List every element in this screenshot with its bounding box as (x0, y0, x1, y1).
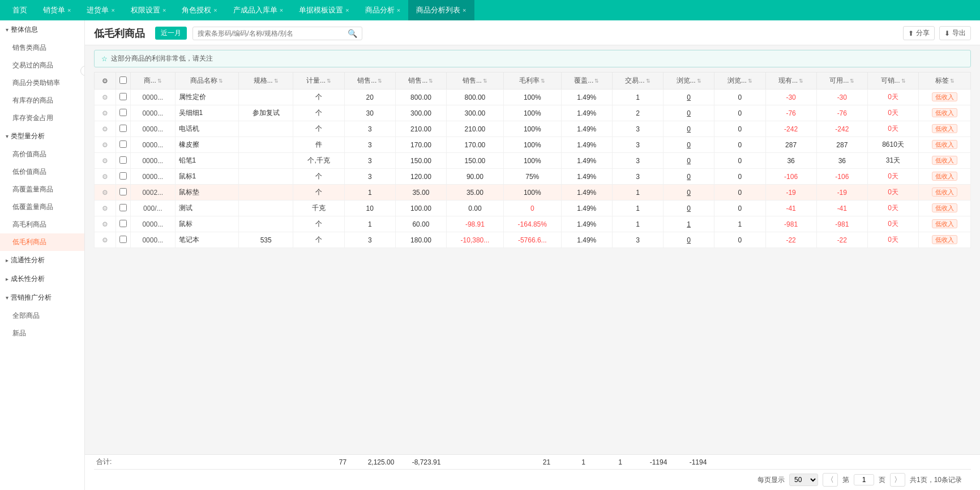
row-checkbox-cell[interactable] (115, 137, 130, 153)
row-settings[interactable]: ⚙ (95, 137, 116, 153)
row-checkbox[interactable] (119, 236, 127, 243)
row-checkbox-cell[interactable] (115, 121, 130, 137)
row-view1[interactable]: 1 (664, 216, 714, 232)
col-trade-count[interactable]: 交易... ⇅ (612, 73, 663, 90)
close-permission-tab[interactable]: × (162, 7, 166, 14)
col-view2[interactable]: 浏览... ⇅ (714, 73, 765, 90)
row-view1[interactable]: 0 (664, 232, 714, 248)
row-checkbox-cell[interactable] (115, 153, 130, 169)
row-settings[interactable]: ⚙ (95, 121, 116, 137)
row-settings[interactable]: ⚙ (95, 153, 116, 169)
row-checkbox-cell[interactable] (115, 232, 130, 248)
row-view1[interactable]: 0 (664, 185, 714, 201)
row-checkbox[interactable] (119, 93, 127, 100)
row-view1[interactable]: 0 (664, 137, 714, 153)
sidebar-item-high-coverage[interactable]: 高覆盖量商品 (0, 181, 84, 198)
close-role-tab[interactable]: × (213, 7, 217, 14)
col-unit[interactable]: 计量... ⇅ (293, 73, 344, 90)
per-page-select[interactable]: 50 100 200 (789, 474, 818, 486)
search-input[interactable] (198, 29, 348, 37)
prev-page-btn[interactable]: 〈 (823, 473, 838, 487)
col-sales-qty[interactable]: 销售... ⇅ (344, 73, 395, 90)
sidebar-item-stock-goods[interactable]: 有库存的商品 (0, 92, 84, 109)
sidebar-group-type-title[interactable]: ▾ 类型量分析 (0, 127, 84, 146)
close-goods-analysis-list-tab[interactable]: × (463, 7, 466, 14)
sidebar-item-category-assist[interactable]: 商品分类助销率 (0, 74, 84, 92)
row-checkbox[interactable] (119, 172, 127, 180)
col-code[interactable]: 商... ⇅ (130, 73, 175, 90)
col-gross-margin[interactable]: 毛利率 ⇅ (503, 73, 561, 90)
nav-purchase[interactable]: 进货单× (79, 0, 122, 20)
row-settings[interactable]: ⚙ (95, 201, 116, 216)
row-checkbox-cell[interactable] (115, 201, 130, 216)
sidebar-item-high-profit[interactable]: 高毛利商品 (0, 216, 84, 233)
close-purchase-tab[interactable]: × (111, 7, 114, 14)
nav-permission[interactable]: 权限设置× (123, 0, 174, 20)
row-checkbox[interactable] (119, 125, 127, 132)
export-btn[interactable]: ⬇ 导出 (939, 26, 971, 40)
row-settings[interactable]: ⚙ (95, 232, 116, 248)
col-tag[interactable]: 标签 ⇅ (919, 73, 971, 90)
sidebar-item-low-value[interactable]: 低价值商品 (0, 163, 84, 181)
nav-goods-analysis[interactable]: 商品分析× (357, 0, 408, 20)
row-checkbox-cell[interactable] (115, 105, 130, 121)
close-template-tab[interactable]: × (345, 7, 349, 14)
row-settings[interactable]: ⚙ (95, 105, 116, 121)
close-goods-analysis-tab[interactable]: × (397, 7, 400, 14)
sidebar-group-growth-title[interactable]: ▸ 成长性分析 (0, 270, 84, 288)
row-settings[interactable]: ⚙ (95, 185, 116, 201)
row-settings[interactable]: ⚙ (95, 169, 116, 185)
col-sales-price[interactable]: 销售... ⇅ (395, 73, 446, 90)
sidebar-item-sales-goods[interactable]: 销售类商品 (0, 39, 84, 57)
col-current-stock[interactable]: 现有... ⇅ (765, 73, 816, 90)
col-name[interactable]: 商品名称 ⇅ (175, 73, 238, 90)
sidebar-group-marketing-title[interactable]: ▾ 营销推广分析 (0, 288, 84, 307)
close-product-entry-tab[interactable]: × (280, 7, 283, 14)
sidebar-item-stock-capital[interactable]: 库存资金占用 (0, 109, 84, 127)
nav-role[interactable]: 角色授权× (174, 0, 225, 20)
col-checkbox[interactable] (115, 73, 130, 90)
sidebar-group-overall-title[interactable]: ▾ 整体信息 (0, 20, 84, 39)
row-settings[interactable]: ⚙ (95, 216, 116, 232)
col-sales-amount[interactable]: 销售... ⇅ (447, 73, 504, 90)
row-checkbox-cell[interactable] (115, 169, 130, 185)
row-view1[interactable]: 0 (664, 169, 714, 185)
row-view1[interactable]: 0 (664, 121, 714, 137)
row-checkbox[interactable] (119, 188, 127, 195)
row-checkbox[interactable] (119, 220, 127, 227)
row-view1[interactable]: 0 (664, 153, 714, 169)
row-checkbox-cell[interactable] (115, 216, 130, 232)
sidebar-item-traded-goods[interactable]: 交易过的商品 (0, 57, 84, 74)
sidebar-item-all-goods[interactable]: 全部商品 (0, 307, 84, 325)
col-saleable-days[interactable]: 可销... ⇅ (867, 73, 918, 90)
col-coverage[interactable]: 覆盖... ⇅ (561, 73, 612, 90)
select-all-checkbox[interactable] (119, 76, 127, 84)
next-page-btn[interactable]: 〉 (890, 473, 905, 487)
sidebar-item-low-coverage[interactable]: 低覆盖量商品 (0, 198, 84, 216)
row-checkbox[interactable] (119, 140, 127, 148)
col-available-stock[interactable]: 可用... ⇅ (816, 73, 867, 90)
col-view1[interactable]: 浏览... ⇅ (664, 73, 714, 90)
row-checkbox[interactable] (119, 109, 127, 116)
row-view1[interactable]: 0 (664, 105, 714, 121)
nav-home[interactable]: 首页 (5, 0, 35, 20)
row-settings[interactable]: ⚙ (95, 90, 116, 105)
close-sales-tab[interactable]: × (67, 7, 71, 14)
nav-product-entry[interactable]: 产成品入库单× (225, 0, 291, 20)
sidebar-group-flow-title[interactable]: ▸ 流通性分析 (0, 251, 84, 270)
row-view1[interactable]: 0 (664, 201, 714, 216)
page-number-input[interactable] (854, 474, 874, 485)
row-checkbox-cell[interactable] (115, 90, 130, 105)
row-view1[interactable]: 0 (664, 90, 714, 105)
date-filter-btn[interactable]: 近一月 (155, 27, 187, 40)
sidebar-item-high-value[interactable]: 高价值商品 (0, 146, 84, 163)
nav-sales[interactable]: 销货单× (35, 0, 79, 20)
col-spec[interactable]: 规格... ⇅ (238, 73, 293, 90)
nav-template[interactable]: 单据模板设置× (291, 0, 357, 20)
row-checkbox[interactable] (119, 156, 127, 164)
sidebar-item-low-profit[interactable]: 低毛利商品 (0, 233, 84, 251)
row-checkbox-cell[interactable] (115, 185, 130, 201)
sidebar-item-new-goods[interactable]: 新品 (0, 325, 84, 342)
share-btn[interactable]: ⬆ 分享 (903, 26, 935, 40)
col-settings[interactable]: ⚙ (95, 73, 116, 90)
